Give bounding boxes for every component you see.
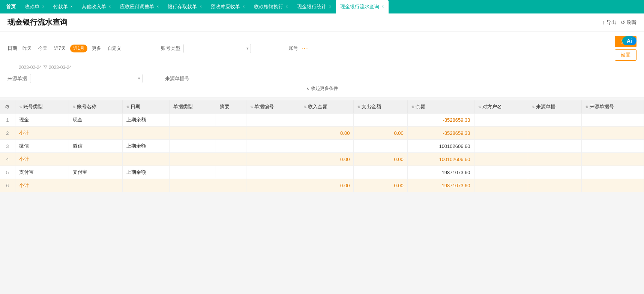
header-actions: ↑ 导出 ↺ 刷新	[602, 19, 636, 26]
close-icon[interactable]: ×	[42, 0, 44, 13]
cell-account-name: 支付宝	[69, 166, 122, 179]
close-icon[interactable]: ×	[382, 0, 384, 13]
table-row: 1 现金 现金 上期余额 -3528659.33	[0, 113, 644, 127]
col-counterpart[interactable]: ⇅对方户名	[474, 100, 528, 113]
date-shortcuts: 昨天 今天 近7天 近1月 更多 自定义	[20, 45, 123, 52]
cell-account-name	[69, 153, 122, 166]
cell-no: 3	[0, 140, 15, 153]
nav-tab-hexiao[interactable]: 收款核销执行 ×	[249, 0, 293, 13]
cell-income: 0.00	[300, 179, 354, 192]
table-row: 6 小计 0.00 0.00 19871073.60	[0, 179, 644, 192]
cell-counterpart	[474, 166, 528, 179]
cell-counterpart	[474, 113, 528, 127]
export-button[interactable]: ↑ 导出	[602, 19, 616, 26]
col-source-doc[interactable]: ⇅来源单据	[528, 100, 581, 113]
cell-account-name: 微信	[69, 140, 122, 153]
close-icon[interactable]: ×	[329, 0, 331, 13]
table-header-row: ⚙ ⇅账号类型 ⇅账号名称 ⇅日期 单据类型 摘要 ⇅单据编号 ⇅收入金额 ⇅支…	[0, 100, 644, 113]
cell-account-type: 小计	[15, 153, 69, 166]
date-btn-custom[interactable]: 自定义	[105, 45, 123, 52]
cell-no: 2	[0, 127, 15, 140]
col-doc-type[interactable]: 单据类型	[169, 100, 216, 113]
cell-income	[300, 166, 354, 179]
nav-tab-tiaozheng[interactable]: 应收应付调整单 ×	[116, 0, 164, 13]
cell-doc-no	[246, 113, 300, 127]
cell-account-type: 现金	[15, 113, 69, 127]
date-btn-7days[interactable]: 近7天	[52, 45, 68, 52]
cell-summary	[216, 113, 246, 127]
cell-doc-no	[246, 127, 300, 140]
cell-date	[123, 153, 170, 166]
cell-counterpart	[474, 127, 528, 140]
page-header: 现金银行流水查询 ↑ 导出 ↺ 刷新	[0, 13, 644, 31]
collapse-up-icon: ∧	[306, 86, 309, 91]
cell-doc-no	[246, 166, 300, 179]
account-type-select[interactable]: 现金 微信 支付宝	[183, 44, 251, 53]
col-settings[interactable]: ⚙	[0, 100, 15, 113]
cell-doc-no	[246, 179, 300, 192]
cell-account-type: 小计	[15, 179, 69, 192]
nav-tab-liushui[interactable]: 现金银行流水查询 ×	[336, 0, 389, 13]
nav-tab-fukuan[interactable]: 付款单 ×	[49, 0, 77, 13]
cell-doc-type	[169, 179, 216, 192]
cell-source-doc	[528, 166, 581, 179]
close-icon[interactable]: ×	[157, 0, 159, 13]
settings-button[interactable]: 设置	[615, 49, 636, 61]
table-container: ⚙ ⇅账号类型 ⇅账号名称 ⇅日期 单据类型 摘要 ⇅单据编号 ⇅收入金额 ⇅支…	[0, 100, 644, 192]
col-expense[interactable]: ⇅支出金额	[354, 100, 407, 113]
cell-balance: -3528659.33	[407, 127, 474, 140]
source-doc-select[interactable]	[30, 74, 143, 83]
more-dots[interactable]: ···	[301, 45, 308, 52]
nav-tab-qitashouru[interactable]: 其他收入单 ×	[77, 0, 116, 13]
source-doc-no-input[interactable]	[192, 74, 320, 83]
col-date[interactable]: ⇅日期	[123, 100, 170, 113]
col-account-type[interactable]: ⇅账号类型	[15, 100, 69, 113]
cell-income	[300, 113, 354, 127]
close-icon[interactable]: ×	[71, 0, 73, 13]
date-btn-yesterday[interactable]: 昨天	[20, 45, 34, 52]
source-doc-label: 来源单据	[8, 75, 27, 82]
cell-income: 0.00	[300, 153, 354, 166]
close-icon[interactable]: ×	[109, 0, 111, 13]
cell-source-doc	[528, 153, 581, 166]
close-icon[interactable]: ×	[200, 0, 202, 13]
cell-doc-type	[169, 127, 216, 140]
cell-counterpart	[474, 179, 528, 192]
nav-tab-yinhangcunqu[interactable]: 银行存取款单 ×	[163, 0, 206, 13]
date-btn-today[interactable]: 今天	[36, 45, 50, 52]
cell-date	[123, 179, 170, 192]
nav-tab-tongji[interactable]: 现金银行统计 ×	[293, 0, 336, 13]
ai-badge[interactable]: Ai	[622, 36, 636, 45]
cell-income	[300, 140, 354, 153]
collapse-bar[interactable]: ∧ 收起更多条件	[8, 83, 636, 93]
export-icon: ↑	[602, 19, 605, 25]
cell-account-name	[69, 179, 122, 192]
close-icon[interactable]: ×	[286, 0, 288, 13]
close-icon[interactable]: ×	[243, 0, 245, 13]
refresh-button[interactable]: ↺ 刷新	[621, 19, 636, 26]
date-filter: 日期 昨天 今天 近7天 近1月 更多 自定义	[8, 45, 123, 52]
cell-source-doc	[528, 113, 581, 127]
cell-source-doc-no	[582, 179, 644, 192]
nav-tab-shoukuan[interactable]: 收款单 ×	[20, 0, 49, 13]
table-row: 4 小计 0.00 0.00 100102606.60	[0, 153, 644, 166]
date-btn-more[interactable]: 更多	[90, 45, 103, 52]
date-btn-1month[interactable]: 近1月	[70, 45, 88, 52]
col-account-name[interactable]: ⇅账号名称	[69, 100, 122, 113]
col-summary[interactable]: 摘要	[216, 100, 246, 113]
cell-expense	[354, 140, 407, 153]
cell-source-doc	[528, 127, 581, 140]
cell-account-type: 支付宝	[15, 166, 69, 179]
col-doc-no[interactable]: ⇅单据编号	[246, 100, 300, 113]
cell-source-doc-no	[582, 127, 644, 140]
cell-doc-type	[169, 140, 216, 153]
cell-source-doc	[528, 140, 581, 153]
cell-doc-no	[246, 153, 300, 166]
cell-expense: 0.00	[354, 127, 407, 140]
account-label: 账号	[288, 45, 298, 52]
col-source-doc-no[interactable]: ⇅来源单据号	[582, 100, 644, 113]
col-income[interactable]: ⇅收入金额	[300, 100, 354, 113]
nav-home[interactable]: 首页	[2, 0, 20, 13]
col-balance[interactable]: ⇅余额	[407, 100, 474, 113]
nav-tab-yushou[interactable]: 预收冲应收单 ×	[206, 0, 249, 13]
